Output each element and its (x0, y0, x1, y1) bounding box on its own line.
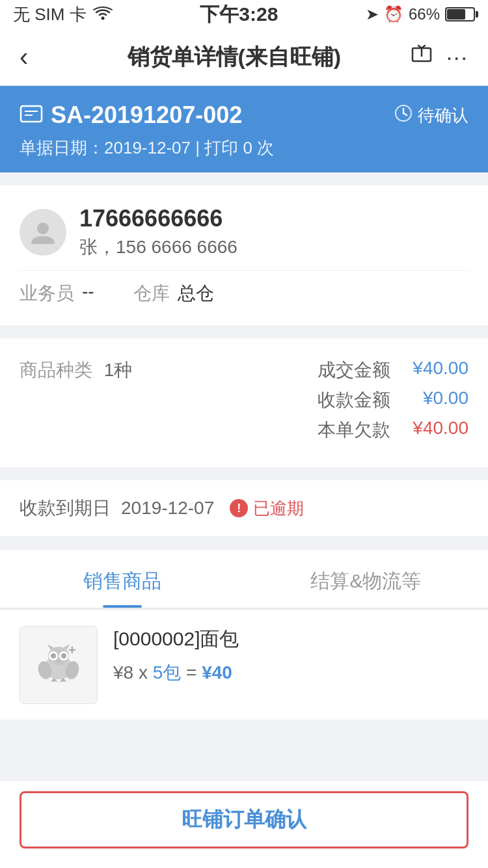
transaction-row: 成交金额 ¥40.00 (318, 358, 468, 383)
more-button[interactable]: ··· (446, 44, 468, 70)
clock-icon (394, 104, 413, 127)
balance-label: 本单欠款 (318, 418, 390, 442)
due-date-card: 收款到期日 2019-12-07 ! 已逾期 (0, 480, 488, 537)
balance-row: 本单欠款 ¥40.00 (318, 418, 468, 442)
tab-products[interactable]: 销售商品 (0, 550, 244, 608)
confirm-button[interactable]: 旺铺订单确认 (20, 791, 468, 848)
svg-point-0 (101, 16, 104, 20)
product-total: ¥40 (202, 662, 232, 683)
summary-right: 成交金额 ¥40.00 收款金额 ¥0.00 本单欠款 ¥40.00 (318, 358, 468, 448)
bottom-bar: 旺铺订单确认 (0, 780, 488, 868)
battery-icon (445, 7, 475, 21)
svg-point-17 (61, 653, 66, 658)
svg-rect-3 (21, 106, 42, 122)
due-date-value: 2019-12-07 (121, 498, 214, 519)
due-date-label: 收款到期日 (20, 496, 111, 521)
carrier-label: 无 SIM 卡 (13, 3, 87, 26)
product-types-value: 1种 (104, 360, 133, 380)
svg-point-9 (37, 223, 49, 234)
summary-left: 商品种类 1种 (20, 358, 132, 383)
product-qty: 5包 (153, 662, 182, 683)
customer-name: 张，156 6666 6666 (79, 235, 237, 260)
product-types-label: 商品种类 (20, 360, 92, 380)
product-card: + [0000002]面包 ¥8 x 5包 = ¥40 (0, 610, 488, 720)
summary-card: 商品种类 1种 成交金额 ¥40.00 收款金额 ¥0.00 本单欠款 ¥40.… (0, 338, 488, 467)
received-value: ¥0.00 (403, 388, 468, 413)
product-thumbnail: + (20, 626, 98, 704)
customer-avatar (20, 209, 66, 256)
back-button[interactable]: ‹ (20, 42, 59, 72)
warehouse-value: 总仓 (178, 281, 214, 306)
customer-meta: 业务员 -- 仓库 总仓 (20, 270, 468, 306)
customer-phone: 17666666666 (79, 205, 237, 232)
transaction-value: ¥40.00 (403, 358, 468, 383)
received-row: 收款金额 ¥0.00 (318, 388, 468, 413)
order-date: 单据日期：2019-12-07 | 打印 0 次 (20, 137, 468, 159)
status-bar-left: 无 SIM 卡 (13, 3, 113, 26)
svg-point-16 (51, 653, 56, 658)
wifi-icon (93, 5, 113, 25)
balance-value: ¥40.00 (403, 418, 468, 442)
status-bar: 无 SIM 卡 下午3:28 ➤ ⏰ 66% (0, 0, 488, 29)
status-bar-time: 下午3:28 (200, 1, 278, 28)
nav-bar: ‹ 销货单详情(来自旺铺) ··· (0, 29, 488, 86)
tab-settlement[interactable]: 结算&物流等 (244, 550, 488, 608)
salesperson-value: -- (82, 281, 94, 306)
received-label: 收款金额 (318, 388, 390, 413)
customer-card: 17666666666 张，156 6666 6666 业务员 -- 仓库 总仓 (0, 185, 488, 325)
overdue-icon: ! (230, 499, 248, 517)
equals-sign: = (181, 662, 202, 683)
location-icon: ➤ (366, 5, 379, 23)
salesperson-label: 业务员 (20, 281, 74, 306)
warehouse-label: 仓库 (133, 281, 170, 306)
customer-info: 17666666666 张，156 6666 6666 (79, 205, 237, 260)
overdue-badge: ! 已逾期 (230, 497, 304, 520)
alarm-icon: ⏰ (384, 5, 403, 23)
product-price: ¥8 x 5包 = ¥40 (113, 660, 468, 685)
product-owl-icon: + (36, 643, 81, 688)
order-id: SA-20191207-002 (20, 102, 242, 129)
order-status: 待确认 (394, 104, 468, 127)
nav-actions: ··· (410, 43, 468, 72)
battery-percent: 66% (409, 5, 440, 23)
svg-line-8 (403, 113, 407, 115)
transaction-label: 成交金额 (318, 358, 390, 383)
status-bar-right: ➤ ⏰ 66% (366, 5, 475, 23)
page-title: 销货单详情(来自旺铺) (128, 42, 342, 72)
order-icon (20, 102, 43, 129)
svg-text:+: + (68, 643, 76, 657)
product-name: [0000002]面包 (113, 626, 468, 653)
warehouse-meta: 仓库 总仓 (133, 281, 214, 306)
product-info: [0000002]面包 ¥8 x 5包 = ¥40 (113, 626, 468, 685)
order-banner: SA-20191207-002 待确认 单据日期：2019-12-07 | 打印… (0, 86, 488, 172)
share-button[interactable] (410, 43, 433, 72)
tabs-container: 销售商品 结算&物流等 (0, 550, 488, 609)
price-per-unit: ¥8 x (113, 662, 153, 683)
salesperson-meta: 业务员 -- (20, 281, 94, 306)
overdue-label: 已逾期 (253, 497, 304, 520)
